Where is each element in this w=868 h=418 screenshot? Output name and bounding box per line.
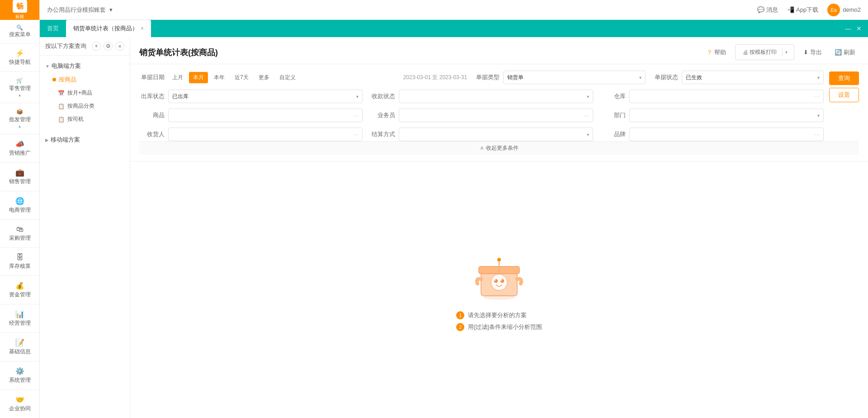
date-tab-this-year[interactable]: 本年: [210, 72, 229, 83]
user-profile-action[interactable]: Ea demo2: [827, 4, 861, 16]
sidebar-item-wholesale[interactable]: 📦 批发管理 ▲: [2, 106, 38, 131]
refresh-button[interactable]: 🔄 刷新: [831, 47, 859, 58]
refresh-icon: 🔄: [835, 49, 842, 56]
sidebar-item-marketing[interactable]: 📣 营销推广: [2, 137, 38, 160]
sales-section: 💼 销售管理: [0, 163, 39, 191]
breadcrumb: 办公用品行业模拟账套 ▾: [47, 6, 113, 14]
receipt-status-arrow: ▾: [587, 94, 589, 99]
collapse-panel-button[interactable]: «: [115, 42, 124, 51]
sidebar-item-ecommerce[interactable]: 🌐 电商管理: [2, 194, 38, 217]
warehouse-dots: ···: [814, 93, 820, 100]
goods-field: 商品 ···: [139, 109, 363, 122]
tree-child-by-goods[interactable]: 按商品: [40, 73, 130, 86]
warehouse-select[interactable]: ···: [629, 90, 824, 103]
tab-sales-stats[interactable]: 销货单统计表（按商品） ×: [66, 20, 151, 37]
message-action[interactable]: 💬 消息: [757, 6, 778, 14]
date-tab-custom[interactable]: 自定义: [275, 72, 300, 83]
sidebar-item-corp[interactable]: 🤝 企业协同: [2, 393, 38, 415]
calendar-icon: 📅: [58, 90, 65, 96]
export-label: 导出: [810, 48, 822, 57]
search-label: 搜索菜单: [9, 31, 31, 38]
close-button[interactable]: ✕: [855, 25, 863, 32]
doc-status-field: 单据状态 已生效 ▾: [653, 71, 824, 84]
tree-child-by-goods-label: 按商品: [59, 76, 76, 84]
date-tab-last-month[interactable]: 上月: [168, 72, 187, 83]
sidebar-item-sales[interactable]: 💼 销售管理: [2, 166, 38, 188]
print-button[interactable]: 🖨 按模板打印 ▾: [735, 44, 794, 60]
empty-state: 1 请先选择要分析的方案 2 用[过滤]条件来缩小分析范围: [130, 162, 868, 418]
settings-scheme-button[interactable]: ⚙: [104, 42, 113, 51]
date-tab-more[interactable]: 更多: [255, 72, 274, 83]
svg-point-2: [491, 274, 507, 290]
page-actions: ？ 帮助 🖨 按模板打印 ▾ ⬇ 导出: [703, 44, 859, 60]
sidebar-item-purchase[interactable]: 🛍 采购管理: [2, 223, 38, 245]
wholesale-label: 批发管理: [9, 116, 31, 124]
print-dropdown-arrow[interactable]: ▾: [782, 48, 790, 57]
tree-section-mobile: ▶ 移动端方案: [40, 129, 130, 150]
tab-close-icon[interactable]: ×: [141, 25, 144, 32]
sidebar-item-retail[interactable]: 🛒 零售管理 ▲: [2, 75, 38, 100]
department-arrow: ▾: [817, 113, 820, 118]
avatar: Ea: [827, 4, 840, 16]
left-panel-header: 按以下方案查询 + ⚙ «: [40, 37, 130, 56]
tree-parent-desktop[interactable]: ▼ 电脑端方案: [40, 59, 130, 73]
goods-select[interactable]: ···: [168, 109, 363, 122]
ecommerce-icon: 🌐: [15, 197, 24, 205]
consignee-select[interactable]: ···: [168, 128, 363, 141]
empty-tips: 1 请先选择要分析的方案 2 用[过滤]条件来缩小分析范围: [456, 311, 542, 331]
help-button[interactable]: ？ 帮助: [703, 47, 730, 58]
tree-child-by-cashier[interactable]: 📋 按司机: [40, 113, 130, 126]
brand-select[interactable]: ···: [629, 128, 824, 141]
filter-settings-button[interactable]: 设置: [829, 88, 859, 102]
sidebar-item-operations[interactable]: 📊 经营管理: [2, 307, 38, 330]
doc-status-select[interactable]: 已生效 ▾: [682, 71, 824, 84]
export-button[interactable]: ⬇ 导出: [800, 47, 826, 58]
goods-label: 商品: [139, 111, 165, 119]
tab-sales-stats-label: 销货单统计表（按商品）: [73, 24, 138, 33]
add-scheme-button[interactable]: +: [92, 42, 101, 51]
system-label: 系统管理: [9, 376, 31, 384]
minimize-button[interactable]: —: [844, 25, 852, 32]
out-status-select[interactable]: 已出库 ▾: [168, 90, 363, 103]
tab-home[interactable]: 首页: [40, 20, 66, 37]
sidebar-item-basics[interactable]: 📝 基础信息: [2, 336, 38, 358]
out-status-arrow: ▾: [356, 94, 359, 99]
tab-home-label: 首页: [47, 24, 59, 33]
tree-parent-mobile[interactable]: ▶ 移动端方案: [40, 133, 130, 147]
breadcrumb-dropdown-icon[interactable]: ▾: [109, 6, 113, 13]
date-tab-last-7-days[interactable]: 近7天: [231, 72, 253, 83]
sidebar-item-finance[interactable]: 💰 资金管理: [2, 279, 38, 301]
svg-point-6: [501, 280, 502, 281]
sidebar-item-quicknav[interactable]: ⚡ 快捷导航: [2, 46, 38, 69]
expand-icon: ▼: [45, 64, 50, 69]
filter-row-2: 出库状态 已出库 ▾ 收款状态 ▾: [139, 90, 824, 103]
basics-label: 基础信息: [9, 348, 31, 356]
top-header: 办公用品行业模拟账套 ▾ 💬 消息 📲 App下载 Ea demo2: [40, 0, 868, 20]
doc-type-select[interactable]: 销货单 ▾: [503, 71, 645, 84]
close-icon: ✕: [856, 25, 862, 32]
department-select[interactable]: ▾: [629, 109, 824, 122]
tree-child-by-category[interactable]: 📋 按商品分类: [40, 100, 130, 113]
date-tab-this-month[interactable]: 本月: [189, 72, 208, 83]
payment-select[interactable]: ▾: [399, 128, 593, 141]
brand-field: 品牌 ···: [600, 128, 824, 141]
tree-child-by-month-goods[interactable]: 📅 按月+商品: [40, 86, 130, 100]
user-name: demo2: [843, 6, 861, 13]
search-menu-item[interactable]: 🔍 搜索菜单: [0, 20, 39, 43]
query-button[interactable]: 查询: [829, 71, 859, 85]
warehouse-field: 仓库 ···: [600, 90, 824, 103]
sales-label: 销售管理: [9, 178, 31, 185]
collapse-label: ∧ 收起更多条件: [480, 145, 518, 151]
receipt-status-select[interactable]: ▾: [399, 90, 593, 103]
filter-row-3: 商品 ··· 业务员 ···: [139, 109, 824, 122]
quicknav-icon: ⚡: [15, 49, 24, 57]
system-icon: ⚙️: [15, 367, 24, 375]
sidebar-item-system[interactable]: ⚙️ 系统管理: [2, 364, 38, 387]
date-range-field: 2023-03-01 至 2023-03-31: [403, 74, 467, 81]
collapse-more-button[interactable]: ∧ 收起更多条件: [139, 141, 859, 155]
out-status-label: 出库状态: [139, 92, 165, 100]
salesman-select[interactable]: ···: [399, 109, 593, 122]
sidebar-item-inventory[interactable]: 🗄 库存核算: [2, 251, 38, 273]
app-download-action[interactable]: 📲 App下载: [787, 6, 818, 14]
doc-status-arrow: ▾: [817, 75, 820, 80]
